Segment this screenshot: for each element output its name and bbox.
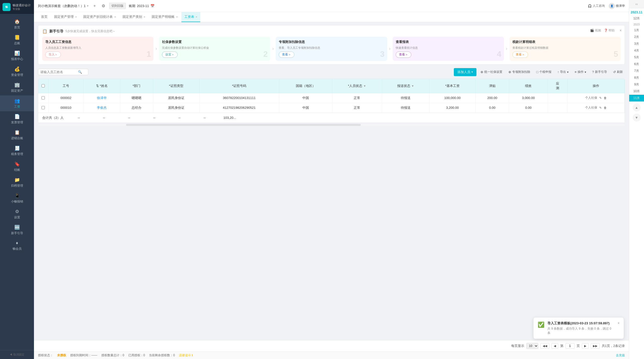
calendar-icon[interactable]: 📅 xyxy=(150,4,154,8)
nav-down-icon[interactable]: ▼ xyxy=(633,114,641,122)
version-switch-button[interactable]: 切到旧版 xyxy=(109,3,126,9)
tab-payroll[interactable]: 工资表 × xyxy=(181,12,200,22)
last-page-button[interactable]: ▶▶ xyxy=(591,343,600,349)
delete-link[interactable]: 🗑 xyxy=(604,96,607,100)
sidebar-item-ledger[interactable]: 📒 总账 xyxy=(0,32,34,48)
step-1-button[interactable]: 导入＞ xyxy=(45,52,61,58)
step-2-button[interactable]: 设置＞ xyxy=(162,52,178,58)
step-3-button[interactable]: 查看＞ xyxy=(279,52,294,58)
th-apply: 应测 xyxy=(548,79,568,93)
recharge-link[interactable]: 去充值 xyxy=(616,353,625,357)
cal-month-oct[interactable]: 10月 xyxy=(629,88,644,95)
per-page-select[interactable]: 10 20 50 xyxy=(526,343,538,349)
sidebar-item-settings[interactable]: ⚙ 设置 xyxy=(0,206,34,222)
sidebar-item-archive[interactable]: 📁 归档管理 xyxy=(0,175,34,190)
toast-content: 导入工资表模板(2023-03-23 15:07:59.897) 共 9 条数据… xyxy=(547,321,615,335)
cal-month-jan[interactable]: 1月 xyxy=(629,27,644,34)
special-deduction-button[interactable]: ⊕ 专项附加扣除 xyxy=(506,68,532,76)
edit-link[interactable]: ✎ xyxy=(599,106,602,110)
tab-fixed-assets[interactable]: 固定资产管理 × xyxy=(51,12,80,22)
cal-month-dec[interactable]: 12月 xyxy=(629,15,644,22)
sidebar-item-payroll[interactable]: 👥 工资 xyxy=(0,95,34,111)
status-filter-icon[interactable]: ▼ xyxy=(363,84,366,87)
tab-asset-ledger[interactable]: 固定资产明细账 × xyxy=(149,12,181,22)
sidebar-item-home[interactable]: 🏠 首页 xyxy=(0,16,34,32)
sidebar-item-expense[interactable]: 📱 小畅报销 xyxy=(0,190,34,206)
tab-close-icon[interactable]: × xyxy=(114,15,116,18)
tab-close-icon[interactable]: × xyxy=(144,15,145,18)
step-4-button[interactable]: 查看＞ xyxy=(396,52,411,58)
th-id-no: *证照号码 xyxy=(199,79,279,93)
next-page-button[interactable]: ▶ xyxy=(582,343,589,349)
search-icon[interactable]: 🔍 xyxy=(78,70,82,74)
tab-close-icon[interactable]: × xyxy=(75,15,77,18)
settings-button[interactable]: ⚙ xyxy=(101,3,106,9)
sidebar-item-tax[interactable]: 🧾 税务管理 xyxy=(0,143,34,159)
user-menu[interactable]: 👤 徐泽华 xyxy=(609,3,625,9)
ai-service-button[interactable]: 🎧 人工咨询 xyxy=(588,4,605,8)
video-link[interactable]: 🎬 视频 xyxy=(590,28,601,33)
first-page-button[interactable]: ◀◀ xyxy=(540,343,549,349)
panel-toggle-button[interactable]: ‹‹ xyxy=(629,0,644,8)
prev-page-button[interactable]: ◀ xyxy=(551,343,558,349)
cal-month-mar[interactable]: 3月 xyxy=(629,40,644,47)
search-input[interactable] xyxy=(40,70,78,74)
add-btn-arrow-icon: ▾ xyxy=(471,70,473,74)
cal-month-nov[interactable]: 11月 xyxy=(629,95,644,101)
add-person-button[interactable]: 添加人员 ▾ xyxy=(454,68,476,76)
tab-depreciation[interactable]: 固定资产折旧统计表 × xyxy=(80,12,119,22)
employee-name-link[interactable]: 李俊杰 xyxy=(97,106,107,110)
select-all-checkbox[interactable] xyxy=(42,84,45,87)
more-actions-button[interactable]: ≡ 操作 ▾ xyxy=(573,68,588,76)
row-checkbox[interactable] xyxy=(42,96,45,99)
social-insurance-link[interactable]: 个人社保 xyxy=(585,96,597,100)
sidebar-item-sales[interactable]: 📋 进销台账 xyxy=(0,127,34,143)
th-report-status: 报送状态 ▼ xyxy=(382,79,429,93)
cal-month-aug[interactable]: 8月 xyxy=(629,74,644,81)
social-insurance-link[interactable]: 个人社保 xyxy=(585,106,597,110)
sidebar-item-reports[interactable]: 📊 报表中心 xyxy=(0,48,34,64)
sidebar-item-invoice[interactable]: 📄 发票管理 xyxy=(0,111,34,127)
sidebar-item-guide[interactable]: 🆕 新手引导 xyxy=(0,222,34,238)
employee-name-link[interactable]: 徐泽华 xyxy=(97,96,107,100)
new-guide-button[interactable]: ? 新手引导 xyxy=(590,68,609,76)
archive-icon: 📁 xyxy=(14,177,20,183)
sidebar: 畅 畅捷通好会计专业版 🏠 首页 📒 总账 📊 报表中心 💰 资金管理 🏢 固定… xyxy=(0,0,34,359)
row-checkbox[interactable] xyxy=(42,106,45,109)
sidebar-toggle[interactable]: ◀ 取消固定 xyxy=(0,350,34,359)
sidebar-item-finance[interactable]: 💰 资金管理 xyxy=(0,64,34,80)
tab-label: 固定资产管理 xyxy=(54,15,74,19)
tab-asset-category[interactable]: 固定资产类别 × xyxy=(119,12,148,22)
social-insurance-button[interactable]: ⊕ 统一社保设置 xyxy=(478,68,504,76)
sidebar-item-assets[interactable]: 🏢 固定资产 xyxy=(0,80,34,95)
tab-home[interactable]: 首页 xyxy=(38,12,51,22)
sidebar-item-member[interactable]: ♦ 畅会员 xyxy=(0,238,34,253)
period-selector[interactable]: 账期 2023-11 📅 xyxy=(129,4,154,8)
refresh-button[interactable]: ↺ 刷新 xyxy=(611,68,625,76)
cal-month-apr[interactable]: 4月 xyxy=(629,47,644,54)
edit-link[interactable]: ✎ xyxy=(599,96,602,100)
cal-month-jun[interactable]: 6月 xyxy=(629,61,644,68)
tab-close-icon[interactable]: × xyxy=(176,15,178,18)
tab-close-icon[interactable]: × xyxy=(196,15,197,18)
add-button[interactable]: ＋ xyxy=(92,2,98,10)
step-5-button[interactable]: 查看＞ xyxy=(512,52,528,58)
cal-month-may[interactable]: 5月 xyxy=(629,54,644,61)
nav-up-icon[interactable]: ▲ xyxy=(633,104,641,112)
sidebar-item-close[interactable]: 🔖 结账 xyxy=(0,159,34,175)
export-button[interactable]: ↑ 导出 ▾ xyxy=(555,68,571,76)
help-link[interactable]: ❓ 帮助 xyxy=(604,28,615,33)
account-selector[interactable]: 刘小艳演示账套（勿删勿动！）1 ▾ xyxy=(38,4,89,8)
cal-month-sep[interactable]: 9月 xyxy=(629,81,644,88)
toast-close-button[interactable]: × xyxy=(618,321,620,325)
search-box[interactable]: 🔍 xyxy=(38,69,88,75)
sort-icon[interactable]: ⇅ xyxy=(96,84,99,88)
report-filter-icon[interactable]: ▼ xyxy=(411,84,414,87)
toast-title: 导入工资表模板(2023-03-23 15:07:59.897) xyxy=(547,321,615,326)
guide-close-button[interactable]: × xyxy=(620,28,622,32)
cal-month-feb[interactable]: 2月 xyxy=(629,34,644,40)
cal-month-jul[interactable]: 7月 xyxy=(629,68,644,74)
page-input[interactable] xyxy=(566,343,575,349)
delete-link[interactable]: 🗑 xyxy=(604,106,607,110)
tax-report-button[interactable]: □ 个税申报 xyxy=(534,68,553,76)
